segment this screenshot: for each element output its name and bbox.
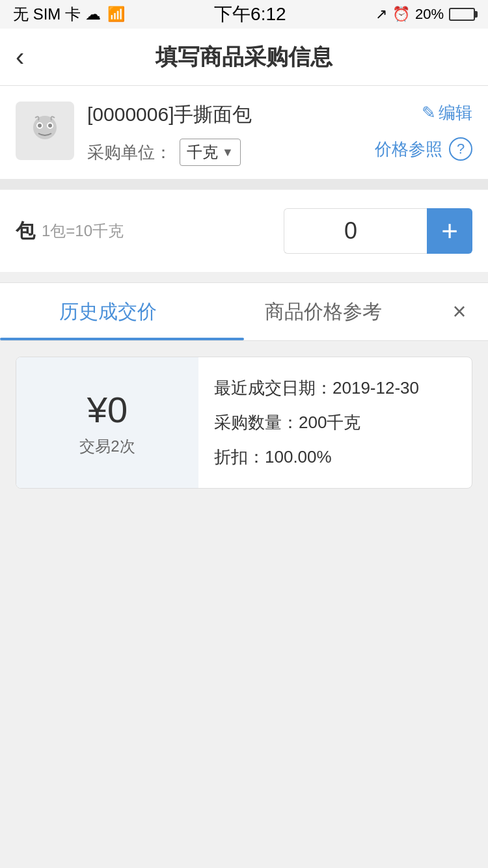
price-detail-label-qty: 采购数量： <box>214 413 299 432</box>
tab-close-button[interactable]: × <box>431 283 488 340</box>
alarm-icon: ⏰ <box>392 6 410 23</box>
price-ref-row: 价格参照 ? <box>375 137 472 161</box>
price-detail-value-discount: 100.00% <box>265 447 332 467</box>
price-detail-row-discount: 折扣：100.00% <box>214 444 456 470</box>
svg-point-4 <box>48 124 52 128</box>
battery-percent: 20% <box>415 6 444 23</box>
edit-icon: ✎ <box>422 103 436 123</box>
tab-product-price-reference[interactable]: 商品价格参考 <box>215 283 431 340</box>
tab-history-price[interactable]: 历史成交价 <box>0 283 215 340</box>
price-value: 0 <box>107 389 128 430</box>
price-amount: ¥0 <box>87 388 128 431</box>
price-ref-button[interactable]: 价格参照 <box>375 138 442 161</box>
product-unit-row: 采购单位： 千克 ▼ <box>87 139 252 166</box>
edit-button[interactable]: ✎ 编辑 <box>422 102 472 124</box>
quantity-input[interactable] <box>284 208 427 254</box>
price-detail-value-qty: 200千克 <box>299 413 360 432</box>
sim-status: 无 SIM 卡 ☁ <box>13 4 101 25</box>
product-card: [0000006]手撕面包 采购单位： 千克 ▼ ✎ 编辑 价格参照 ? <box>0 86 488 179</box>
help-icon[interactable]: ? <box>449 137 472 161</box>
section-divider <box>0 179 488 189</box>
unit-select-dropdown[interactable]: 千克 ▼ <box>180 139 241 166</box>
svg-point-3 <box>38 124 42 128</box>
back-button[interactable]: ‹ <box>16 42 24 72</box>
dropdown-arrow-icon: ▼ <box>222 146 234 159</box>
location-icon: ↗ <box>375 6 387 23</box>
quantity-label: 包 1包=10千克 <box>16 218 124 245</box>
status-left: 无 SIM 卡 ☁ 📶 <box>13 4 125 25</box>
status-right: ↗ ⏰ 20% <box>375 6 475 23</box>
price-currency: ¥ <box>87 389 107 430</box>
product-thumb-icon <box>25 111 64 150</box>
price-detail-label-date: 最近成交日期： <box>214 378 332 398</box>
tab-active-indicator <box>0 338 244 340</box>
price-card: ¥0 交易2次 最近成交日期：2019-12-30 采购数量：200千克 折扣：… <box>16 357 472 489</box>
product-name: [0000006]手撕面包 <box>87 102 252 128</box>
product-left: [0000006]手撕面包 采购单位： 千克 ▼ <box>16 102 252 166</box>
quantity-plus-button[interactable]: + <box>427 208 472 254</box>
status-time: 下午6:12 <box>214 2 286 27</box>
page-title: 填写商品采购信息 <box>156 42 332 72</box>
price-trade-count: 交易2次 <box>79 436 135 457</box>
nav-bar: ‹ 填写商品采购信息 <box>0 29 488 86</box>
price-right-panel: 最近成交日期：2019-12-30 采购数量：200千克 折扣：100.00% <box>198 357 472 488</box>
tabs-divider <box>0 340 488 341</box>
bottom-area <box>0 489 488 868</box>
status-bar: 无 SIM 卡 ☁ 📶 下午6:12 ↗ ⏰ 20% <box>0 0 488 29</box>
edit-label: 编辑 <box>439 102 472 124</box>
unit-value: 千克 <box>187 142 218 163</box>
qty-conversion: 1包=10千克 <box>42 221 124 241</box>
quantity-row: 包 1包=10千克 + <box>0 189 488 272</box>
qty-unit: 包 <box>16 218 35 245</box>
unit-label: 采购单位： <box>87 141 172 164</box>
battery-indicator <box>449 8 475 21</box>
price-detail-label-discount: 折扣： <box>214 447 265 467</box>
price-detail-value-date: 2019-12-30 <box>332 378 419 398</box>
quantity-input-group: + <box>284 208 472 254</box>
price-detail-row-qty: 采购数量：200千克 <box>214 410 456 435</box>
wifi-icon: 📶 <box>107 6 125 23</box>
product-thumbnail <box>16 102 74 160</box>
price-left-panel: ¥0 交易2次 <box>16 357 198 488</box>
tabs-header: 历史成交价 商品价格参考 × <box>0 283 488 340</box>
product-header: [0000006]手撕面包 采购单位： 千克 ▼ ✎ 编辑 价格参照 ? <box>16 102 472 166</box>
tabs-container: 历史成交价 商品价格参考 × <box>0 282 488 341</box>
price-detail-row-date: 最近成交日期：2019-12-30 <box>214 375 456 401</box>
product-info: [0000006]手撕面包 采购单位： 千克 ▼ <box>87 102 252 166</box>
